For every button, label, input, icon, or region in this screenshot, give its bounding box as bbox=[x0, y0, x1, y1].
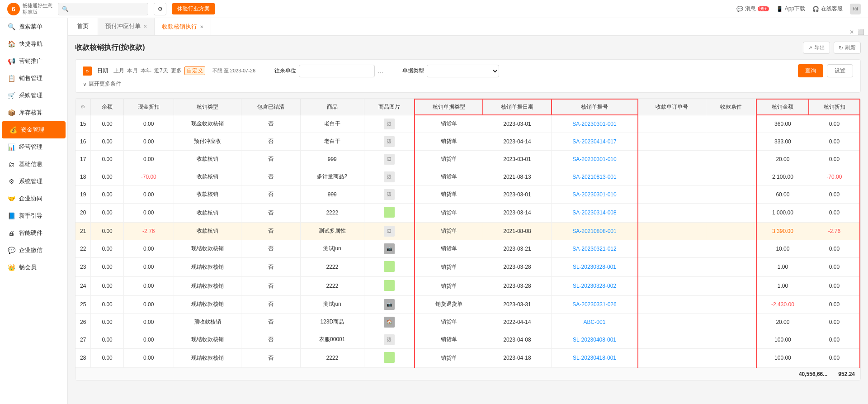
date-this-year[interactable]: 本年 bbox=[141, 67, 151, 75]
industry-btn[interactable]: 休验行业方案 bbox=[172, 3, 215, 14]
refresh-btn[interactable]: ↻ 刷新 bbox=[834, 42, 861, 54]
row-cancel-discount: 0.00 bbox=[809, 295, 860, 313]
row-cancel-doc-no[interactable]: SL-20230418-001 bbox=[552, 348, 638, 367]
row-goods: 测试jun bbox=[300, 295, 364, 313]
from-unit-input[interactable] bbox=[299, 65, 375, 77]
row-cancel-doc-no[interactable]: SA-20230301-010 bbox=[552, 185, 638, 203]
tab-close-cancel[interactable]: ✕ bbox=[200, 24, 203, 29]
row-cancel-doc-no[interactable]: SA-20230301-001 bbox=[552, 115, 638, 133]
row-cancel-doc-no[interactable]: SA-20230414-017 bbox=[552, 133, 638, 150]
tab-maximize-icon[interactable]: ⬜ bbox=[858, 29, 864, 35]
sidebar-item-system[interactable]: ⚙ 系统管理 bbox=[0, 173, 67, 190]
table-row: 18 0.00 -70.00 收款核销 否 多计量商品2 🖼 销货单 2021-… bbox=[75, 168, 860, 185]
row-goods-img: 🖼 bbox=[364, 331, 415, 348]
row-include-cleared: 否 bbox=[241, 240, 300, 257]
row-balance: 0.00 bbox=[91, 313, 123, 331]
tab-close-all-icon[interactable]: ✕ bbox=[849, 29, 854, 35]
sidebar-item-quick-nav[interactable]: 🏠 快捷导航 bbox=[0, 35, 67, 52]
row-cash-discount: 0.00 bbox=[123, 133, 174, 150]
row-id: 19 bbox=[75, 185, 91, 203]
sidebar-item-basic-info[interactable]: 🗂 基础信息 bbox=[0, 156, 67, 173]
sidebar-item-wechat[interactable]: 💬 企业微信 bbox=[0, 242, 67, 259]
row-id: 27 bbox=[75, 331, 91, 348]
row-cancel-amount: 333.00 bbox=[756, 133, 809, 150]
row-include-cleared: 否 bbox=[241, 185, 300, 203]
expand-more[interactable]: ∨ 展开更多条件 bbox=[83, 80, 853, 88]
row-include-cleared: 否 bbox=[241, 348, 300, 367]
row-cash-discount: 0.00 bbox=[123, 203, 174, 222]
row-cancel-doc-no[interactable]: SA-20210808-001 bbox=[552, 222, 638, 240]
row-cancel-doc-type: 销货单 bbox=[415, 133, 483, 150]
marketing-icon: 📢 bbox=[7, 57, 15, 65]
filter-settings-btn[interactable]: 设置 bbox=[827, 64, 853, 77]
th-receipt-condition: 收款条件 bbox=[706, 99, 756, 115]
sidebar-item-inventory[interactable]: 📦 库存核算 bbox=[0, 104, 67, 121]
row-cancel-doc-no[interactable]: SA-20230331-026 bbox=[552, 295, 638, 313]
date-custom[interactable]: 自定义 bbox=[184, 67, 205, 75]
row-cancel-doc-no[interactable]: ABC-001 bbox=[552, 313, 638, 331]
table-row: 26 0.00 0.00 预收款核销 否 123D商品 🏠 销货单 2022-0… bbox=[75, 313, 860, 331]
global-search[interactable]: 🔍 bbox=[58, 3, 148, 15]
row-cancel-amount: 10.00 bbox=[756, 240, 809, 257]
row-cancel-doc-no[interactable]: SA-20210813-001 bbox=[552, 168, 638, 185]
row-cancel-doc-no[interactable]: SA-20230314-008 bbox=[552, 203, 638, 222]
app-download-btn[interactable]: 📱 App下载 bbox=[776, 5, 805, 13]
from-unit-field: 往来单位 ... bbox=[274, 65, 383, 77]
date-7days[interactable]: 近7天 bbox=[154, 67, 168, 75]
row-receipt-order-no bbox=[638, 276, 706, 295]
export-btn[interactable]: ↗ 导出 bbox=[803, 42, 830, 54]
date-last-month[interactable]: 上月 bbox=[113, 67, 124, 75]
row-include-cleared: 否 bbox=[241, 150, 300, 168]
row-receipt-condition bbox=[706, 222, 756, 240]
row-cancel-doc-no[interactable]: SL-20230328-001 bbox=[552, 257, 638, 276]
sidebar-item-purchase[interactable]: 🛒 采购管理 bbox=[0, 87, 67, 104]
row-receipt-order-no bbox=[638, 295, 706, 313]
sidebar-item-hardware[interactable]: 🖨 智能硬件 bbox=[0, 224, 67, 242]
row-cancel-doc-no[interactable]: SL-20230408-001 bbox=[552, 331, 638, 348]
search-btn[interactable]: 查询 bbox=[798, 64, 823, 77]
row-cancel-doc-type: 销货单 bbox=[415, 150, 483, 168]
row-cancel-doc-no[interactable]: SA-20230321-012 bbox=[552, 240, 638, 257]
notifications-btn[interactable]: 💬 消息 99+ bbox=[736, 5, 769, 13]
row-cancel-doc-no[interactable]: SA-20230301-010 bbox=[552, 150, 638, 168]
row-balance: 0.00 bbox=[91, 257, 123, 276]
row-cash-discount: 0.00 bbox=[123, 313, 174, 331]
filter-dates: 上月 本月 本年 近7天 更多 自定义 bbox=[113, 67, 205, 75]
sidebar-item-marketing[interactable]: 📢 营销推广 bbox=[0, 52, 67, 70]
sidebar-item-finance[interactable]: 💰 资金管理 bbox=[2, 121, 66, 138]
sidebar-item-member[interactable]: 👑 畅会员 bbox=[0, 259, 67, 276]
row-balance: 0.00 bbox=[91, 150, 123, 168]
row-include-cleared: 否 bbox=[241, 115, 300, 133]
row-goods-img: 🖼 bbox=[364, 133, 415, 150]
tab-prepay[interactable]: 预付冲应付单 ✕ bbox=[98, 18, 155, 35]
tab-cancel[interactable]: 收款核销执行 ✕ bbox=[155, 18, 211, 35]
row-include-cleared: 否 bbox=[241, 168, 300, 185]
sidebar-item-operations[interactable]: 📊 经营管理 bbox=[0, 138, 67, 156]
tab-close-prepay[interactable]: ✕ bbox=[143, 24, 147, 29]
th-settings[interactable]: ⚙ bbox=[75, 99, 91, 115]
row-cancel-doc-type: 销货单 bbox=[415, 331, 483, 348]
sidebar-item-sales[interactable]: 📋 销售管理 bbox=[0, 70, 67, 87]
from-unit-dots[interactable]: ... bbox=[377, 67, 383, 75]
voucher-type-select[interactable] bbox=[427, 65, 499, 77]
sidebar-item-enterprise[interactable]: 🤝 企业协同 bbox=[0, 190, 67, 207]
goods-thumb: 🏠 bbox=[384, 317, 395, 328]
gear-icon[interactable]: ⚙ bbox=[80, 104, 85, 110]
sidebar-item-guide[interactable]: 📘 新手引导 bbox=[0, 207, 67, 224]
tab-home[interactable]: 首页 bbox=[68, 18, 98, 35]
row-cancel-doc-no[interactable]: SL-20230328-002 bbox=[552, 276, 638, 295]
row-receipt-condition bbox=[706, 150, 756, 168]
filter-toggle[interactable]: » bbox=[83, 67, 92, 76]
date-more[interactable]: 更多 bbox=[171, 67, 182, 75]
date-this-month[interactable]: 本月 bbox=[127, 67, 138, 75]
row-receipt-order-no bbox=[638, 348, 706, 367]
settings-icon[interactable]: ⚙ bbox=[154, 3, 166, 15]
search-icon: 🔍 bbox=[7, 23, 15, 31]
row-id: 25 bbox=[75, 295, 91, 313]
avatar[interactable]: Rit bbox=[850, 4, 861, 14]
row-cancel-doc-date: 2021-08-08 bbox=[483, 222, 551, 240]
online-service-btn[interactable]: 🎧 在线客服 bbox=[812, 5, 843, 13]
sidebar-item-search[interactable]: 🔍 搜索菜单 bbox=[0, 18, 67, 35]
logo-text: 畅捷通好生意 标准版 bbox=[23, 3, 52, 14]
table-row: 28 0.00 0.00 现结收款核销 否 2222 销货单 2023-04-1… bbox=[75, 348, 860, 367]
